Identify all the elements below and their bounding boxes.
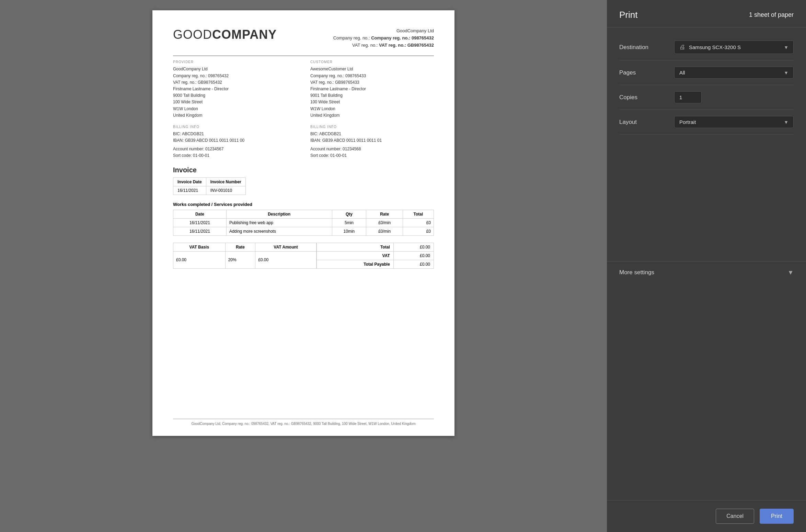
invoice-header: GOODCOMPANY GoodCompany Ltd Company reg.… [173,27,434,49]
destination-control[interactable]: 🖨 Samsung SCX-3200 S ▼ [674,41,794,54]
totals-table: Total £0.00 VAT £0.00 Total Payable £0.0… [316,243,434,269]
meta-header-number: Invoice Number [206,177,245,186]
layout-label: Layout [619,119,674,126]
paper-footer: GoodCompany Ltd, Company reg. no.: 09876… [173,419,434,426]
header-company-name: GoodCompany Ltd [333,27,434,35]
more-settings-chevron-icon: ▼ [787,269,794,276]
print-panel: Print 1 sheet of paper Destination 🖨 Sam… [607,0,806,532]
header-reg: Company reg. no.: Company reg. no.: 0987… [333,35,434,42]
billing-customer-info: BIC: ABCDGB21 IBAN: GB39 ABCD 0011 0011 … [310,131,434,159]
svc-desc-1: Publishing free web app [226,218,332,227]
vat-rate: 20% [225,251,255,268]
pages-control[interactable]: All ▼ [674,67,794,79]
svc-header-total: Total [403,210,434,218]
sheet-count: 1 sheet of paper [749,11,794,19]
destination-label: Destination [619,44,674,51]
provider-customer-section: PROVIDER GoodCompany Ltd Company reg. no… [173,60,434,119]
svc-header-qty: Qty [332,210,366,218]
svc-header-rate: Rate [366,210,403,218]
svc-desc-2: Adding more screenshots [226,227,332,235]
vat-total-row: VAT £0.00 [317,251,434,260]
vat-amount: £0.00 [255,251,316,268]
invoice-title: Invoice [173,166,434,174]
header-divider [173,56,434,56]
billing-label-2: BILLING INFO [310,125,434,129]
layout-row: Layout Portrait ▼ [619,110,794,135]
total-value: £0.00 [393,243,434,251]
provider-col: PROVIDER GoodCompany Ltd Company reg. no… [173,60,297,119]
chevron-down-icon: ▼ [784,70,788,76]
vat-header-basis: VAT Basis [173,243,226,251]
meta-row: 16/11/2021 INV-001010 [173,186,246,195]
payable-value: £0.00 [393,260,434,268]
header-vat: VAT reg. no.: VAT reg. no.: GB98765432 [333,42,434,49]
layout-select[interactable]: Portrait ▼ [674,116,794,128]
meta-header-date: Invoice Date [173,177,206,186]
pages-label: Pages [619,69,674,76]
footer-text: GoodCompany Ltd, Company reg. no.: 09876… [192,422,416,426]
vat-total-value: £0.00 [393,251,434,260]
total-label: Total [317,243,394,251]
vat-header-amount: VAT Amount [255,243,316,251]
svc-header-date: Date [173,210,227,218]
vat-row: £0.00 20% £0.00 [173,251,316,268]
chevron-down-icon: ▼ [784,119,788,125]
invoice-meta-table: Invoice Date Invoice Number 16/11/2021 I… [173,177,246,195]
spacer [607,284,806,500]
layout-control[interactable]: Portrait ▼ [674,116,794,128]
svc-total-1: £0 [403,218,434,227]
more-settings-row[interactable]: More settings ▼ [607,261,806,284]
svc-header-desc: Description [226,210,332,218]
destination-select-inner: 🖨 Samsung SCX-3200 S [679,44,741,51]
pages-value: All [679,70,685,76]
destination-value: Samsung SCX-3200 S [689,44,741,50]
panel-footer: Cancel Print [607,500,806,532]
provider-info: GoodCompany Ltd Company reg. no.: 098765… [173,66,297,119]
svc-date-2: 16/11/2021 [173,227,227,235]
svc-qty-2: 10min [332,227,366,235]
company-logo: GOODCOMPANY [173,27,277,42]
billing-provider-info: BIC: ABCDGB21 IBAN: GB39 ABCD 0011 0011 … [173,131,297,159]
destination-row: Destination 🖨 Samsung SCX-3200 S ▼ [619,34,794,60]
print-button[interactable]: Print [760,509,794,524]
chevron-down-icon: ▼ [784,45,788,50]
pages-select[interactable]: All ▼ [674,67,794,79]
copies-control[interactable] [674,91,794,103]
vat-total-label: VAT [317,251,394,260]
svc-date-1: 16/11/2021 [173,218,227,227]
copies-label: Copies [619,94,674,101]
meta-date: 16/11/2021 [173,186,206,195]
cancel-button[interactable]: Cancel [716,509,754,524]
customer-info: AwesomeCustomer Ltd Company reg. no.: 09… [310,66,434,119]
svc-total-2: £0 [403,227,434,235]
logo-light: GOOD [173,27,212,42]
layout-value: Portrait [679,119,696,125]
print-panel-header: Print 1 sheet of paper [607,0,806,27]
print-settings: Destination 🖨 Samsung SCX-3200 S ▼ Pages… [607,27,806,258]
invoice-paper: GOODCOMPANY GoodCompany Ltd Company reg.… [152,10,454,436]
payable-row: Total Payable £0.00 [317,260,434,268]
more-settings-label: More settings [619,269,654,276]
billing-provider-col: BILLING INFO BIC: ABCDGB21 IBAN: GB39 AB… [173,125,297,159]
copies-input[interactable] [674,91,702,103]
services-table: Date Description Qty Rate Total 16/11/20… [173,210,434,236]
copies-row: Copies [619,85,794,110]
vat-table: VAT Basis Rate VAT Amount £0.00 20% £0.0… [173,243,316,269]
svc-qty-1: 5min [332,218,366,227]
meta-number: INV-001010 [206,186,245,195]
customer-label: CUSTOMER [310,60,434,64]
billing-section: BILLING INFO BIC: ABCDGB21 IBAN: GB39 AB… [173,125,434,159]
destination-select[interactable]: 🖨 Samsung SCX-3200 S ▼ [674,41,794,54]
svc-rate-2: £0/min [366,227,403,235]
pages-row: Pages All ▼ [619,60,794,85]
vat-basis: £0.00 [173,251,226,268]
svc-rate-1: £0/min [366,218,403,227]
billing-customer-col: BILLING INFO BIC: ABCDGB21 IBAN: GB39 AB… [310,125,434,159]
vat-header-rate: Rate [225,243,255,251]
preview-area: GOODCOMPANY GoodCompany Ltd Company reg.… [0,0,607,532]
table-row: 16/11/2021 Adding more screenshots 10min… [173,227,434,235]
print-title: Print [619,10,637,20]
customer-col: CUSTOMER AwesomeCustomer Ltd Company reg… [310,60,434,119]
logo-bold: COMPANY [212,27,277,42]
works-title: Works completed / Services provided [173,202,434,207]
